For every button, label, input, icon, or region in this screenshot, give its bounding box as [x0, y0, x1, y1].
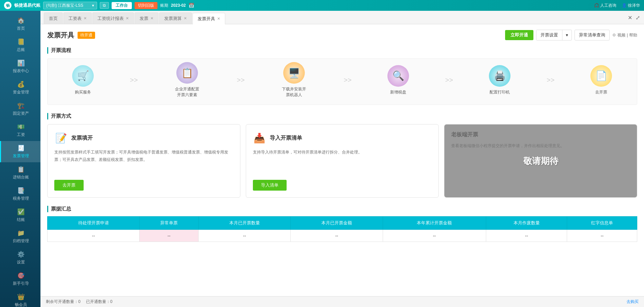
- import-list-button[interactable]: 导入清单: [253, 180, 287, 191]
- restore-tab-button[interactable]: ⤢: [635, 13, 641, 21]
- top-bar: 畅 畅捷通易代账 (勾割) 江西服宝-LSS ▼ ⧉ 工作台 切到旧版 账期 2…: [0, 0, 644, 11]
- headset-icon: 🎧: [594, 3, 599, 8]
- sidebar-item-settings[interactable]: ⚙️ 设置: [0, 247, 40, 269]
- sidebar-item-tax[interactable]: 📑 税务管理: [0, 184, 40, 205]
- import-title: 导入开票清单: [270, 135, 302, 142]
- copy-icon-btn[interactable]: ⧉: [100, 2, 109, 9]
- flow-arrow-3: >>: [344, 76, 351, 84]
- tab-invoice-calc[interactable]: 发票测算 ✕: [159, 12, 192, 24]
- sidebar-item-ledger[interactable]: 📒 总账: [0, 35, 40, 56]
- go-purchase-link[interactable]: 去购买: [626, 299, 639, 305]
- sidebar-item-guide[interactable]: 🎯 新手引导: [0, 269, 40, 290]
- sidebar-item-member[interactable]: 👑 畅会员: [0, 290, 40, 307]
- manual-title: 发票填开: [71, 135, 93, 142]
- period-value: 2023-02: [171, 3, 186, 8]
- flow-item-taxdisk[interactable]: 🔍 新增税盘: [387, 65, 409, 95]
- flow-item-printer[interactable]: 🖨️ 配置打印机: [489, 65, 510, 95]
- sidebar-item-home[interactable]: 🏠 首页: [0, 13, 40, 35]
- tab-home[interactable]: 首页: [44, 12, 63, 24]
- tab-invoice-issue-close[interactable]: ✕: [217, 17, 220, 21]
- sidebar-item-archive[interactable]: 📁 归档管理: [0, 226, 40, 247]
- app-logo-icon: 畅: [4, 2, 11, 9]
- page-title-area: 发票开具 待开通: [47, 31, 95, 40]
- flow-item-issue[interactable]: 📄 去开票: [590, 65, 612, 95]
- ledger-icon: 📒: [17, 38, 25, 46]
- table-row: -- -- -- -- -- -- --: [48, 230, 637, 242]
- method-card-boss: 老板端开票 查看老板端微信小程序提交的开票申请，并作出相应处理意见。 敬请期待: [444, 124, 637, 198]
- sidebar-item-funds[interactable]: 💰 资金管理: [0, 77, 40, 99]
- page-title: 发票开具: [47, 31, 74, 40]
- bottom-bar: 剩余可开通数量：0 已开通数量：0 去购买: [40, 296, 644, 307]
- go-issue-button[interactable]: 去开票: [54, 180, 84, 191]
- import-list-icon: 📥: [253, 131, 266, 145]
- flow-label-buy: 购买服务: [75, 89, 91, 95]
- tax-icon: 📑: [17, 187, 25, 194]
- period-label: 账期: [160, 3, 168, 8]
- open-settings-button[interactable]: 开票设置: [536, 30, 562, 40]
- issue-icon: 📄: [590, 65, 612, 87]
- help-label[interactable]: 帮助: [629, 32, 637, 38]
- customer-service-btn[interactable]: 🎧 人工咨询: [594, 3, 616, 8]
- bottom-bar-left: 剩余可开通数量：0 已开通数量：0: [46, 299, 112, 305]
- page-header: 发票开具 待开通 立即开通 开票设置 ▼ 异常清单查询 ⚙ 视频 | 帮助: [47, 30, 637, 40]
- status-badge: 待开通: [78, 32, 95, 39]
- chevron-down-icon: ▼: [91, 4, 95, 7]
- member-icon: 👑: [17, 293, 25, 301]
- sidebar: 🏠 首页 📒 总账 📊 报表中心 💰 资金管理 🏗️ 固定资产 💵 工资 🧾 发…: [0, 11, 40, 307]
- tab-invoice[interactable]: 发票 ✕: [135, 12, 158, 24]
- open-settings-arrow[interactable]: ▼: [562, 31, 572, 39]
- import-card-header: 📥 导入开票清单: [253, 131, 432, 145]
- calendar-icon[interactable]: 📅: [188, 3, 194, 8]
- home-icon: 🏠: [17, 17, 25, 24]
- tab-bar: 首页 工资表 ✕ 工资统计报表 ✕ 发票 ✕ 发票测算 ✕ 发票开具 ✕: [40, 11, 644, 24]
- flow-arrow-1: >>: [130, 76, 138, 84]
- flow-label-issue: 去开票: [595, 89, 607, 95]
- tab-payroll-close[interactable]: ✕: [84, 16, 87, 21]
- tab-invoice-calc-close[interactable]: ✕: [184, 16, 187, 21]
- trade-icon: 📋: [17, 166, 25, 173]
- flow-label-taxdisk: 新增税盘: [390, 89, 406, 95]
- flow-item-download[interactable]: 🖥️ 下载并安装开票机器人: [281, 62, 308, 98]
- flow-item-buy[interactable]: 🛒 购买服务: [72, 65, 94, 95]
- gear-small-icon: ⚙: [612, 33, 616, 37]
- cell-pending: --: [48, 230, 140, 242]
- sidebar-item-invoice[interactable]: 🧾 发票管理: [0, 141, 40, 162]
- sidebar-item-salary[interactable]: 💵 工资: [0, 120, 40, 141]
- sidebar-item-assets[interactable]: 🏗️ 固定资产: [0, 99, 40, 120]
- view-label[interactable]: 视频: [617, 32, 625, 38]
- company-selector[interactable]: (勾割) 江西服宝-LSS ▼: [43, 2, 97, 9]
- old-version-button[interactable]: 切到旧版: [135, 2, 157, 9]
- settle-icon: ✅: [17, 208, 25, 216]
- col-void-count: 本月作废数量: [486, 217, 567, 230]
- remain-label: 剩余可开通数量：0: [46, 299, 81, 305]
- buy-service-icon: 🛒: [72, 65, 94, 87]
- close-tab-button[interactable]: ✕: [627, 13, 633, 21]
- abnormal-query-button[interactable]: 异常清单查询: [575, 30, 610, 40]
- workspace-button[interactable]: 工作台: [112, 2, 132, 9]
- sidebar-item-trade[interactable]: 📋 进销台账: [0, 162, 40, 184]
- flow-label-printer: 配置打印机: [490, 89, 510, 95]
- tab-payroll[interactable]: 工资表 ✕: [63, 12, 92, 24]
- settings-icon: ⚙️: [17, 251, 25, 258]
- divider: |: [627, 33, 628, 37]
- sidebar-item-settle[interactable]: ✅ 结账: [0, 205, 40, 226]
- user-profile-btn[interactable]: 👤 徐泽华: [622, 3, 640, 8]
- flow-arrow-4: >>: [445, 76, 453, 84]
- col-month-count: 本月已开票数量: [199, 217, 291, 230]
- tab-payroll-report[interactable]: 工资统计报表 ✕: [92, 12, 134, 24]
- col-red-info: 红字信息单: [567, 217, 637, 230]
- flow-label-config: 企业开通配置开票六要素: [174, 86, 201, 98]
- funds-icon: 💰: [17, 81, 25, 88]
- immediate-open-button[interactable]: 立即开通: [505, 30, 533, 40]
- flow-item-config[interactable]: 📋 企业开通配置开票六要素: [174, 62, 201, 98]
- manual-desc: 支持按照发票样式手工填写开发票；可开具增值税电子普通发票、增值税普通发票、增值税…: [54, 149, 233, 173]
- col-abnormal: 异常单票: [140, 217, 199, 230]
- tab-invoice-issue[interactable]: 发票开具 ✕: [193, 13, 225, 24]
- tab-invoice-close[interactable]: ✕: [150, 16, 153, 21]
- tab-bar-actions: ✕ ⤢: [627, 13, 641, 21]
- tab-payroll-report-close[interactable]: ✕: [126, 16, 129, 21]
- flow-arrow-2: >>: [237, 76, 244, 84]
- manual-fill-icon: 📝: [54, 131, 68, 145]
- flow-arrow-5: >>: [547, 76, 554, 84]
- sidebar-item-reports[interactable]: 📊 报表中心: [0, 56, 40, 77]
